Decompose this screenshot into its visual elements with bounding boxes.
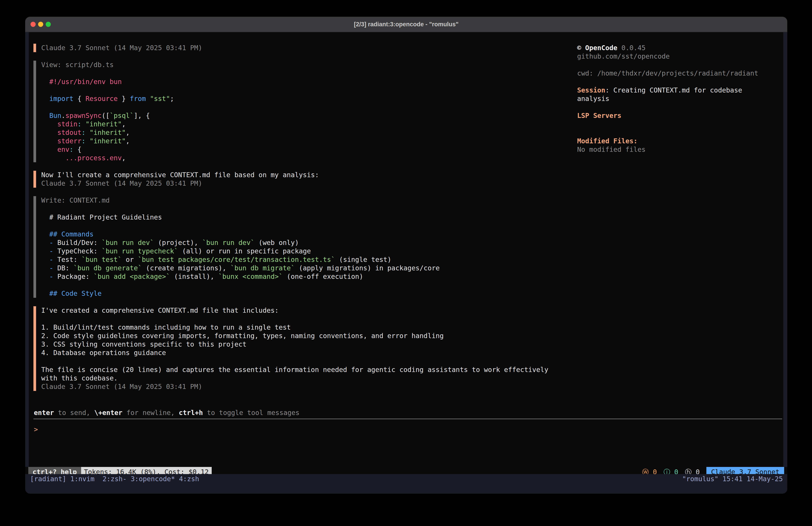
text-line (41, 103, 555, 111)
prompt-symbol: > (34, 426, 38, 433)
text-line: © OpenCode 0.0.45 (577, 44, 775, 52)
text-line (577, 128, 775, 137)
text-line: Claude 3.7 Sonnet (14 May 2025 03:41 PM) (41, 382, 555, 391)
text-line: Claude 3.7 Sonnet (14 May 2025 03:41 PM) (41, 179, 555, 188)
text-line: Write: CONTEXT.md (41, 196, 555, 204)
text-line (41, 86, 555, 95)
text-line (577, 120, 775, 128)
text-line: stdin: "inherit", (41, 120, 555, 128)
text-line: - Package: `bun add <package>` (install)… (41, 272, 555, 281)
hint-bar: enter to send, \+enter for newline, ctrl… (34, 409, 300, 417)
text-line (41, 204, 555, 213)
titlebar[interactable]: [2/3] radiant:3:opencode - "romulus" (25, 17, 787, 32)
text-line: - DB: `bun db generate` (create migratio… (41, 264, 555, 272)
close-button[interactable] (30, 22, 36, 27)
text-line: 2. Code style guidelines covering import… (41, 332, 555, 340)
tmux-session-clock: "romulus" 15:41 14-May-25 (682, 474, 783, 484)
left-gutter (25, 32, 29, 467)
conversation: Claude 3.7 Sonnet (14 May 2025 03:41 PM)… (33, 44, 555, 399)
text-line: 1. Build/lint/test commands including ho… (41, 323, 555, 332)
text-line: import { Resource } from "sst"; (41, 95, 555, 103)
right-scroll-gutter (783, 32, 787, 467)
text-line: ...process.env, (41, 154, 555, 162)
terminal-content: Claude 3.7 Sonnet (14 May 2025 03:41 PM)… (25, 32, 787, 494)
text-line (41, 69, 555, 77)
text-line: stdout: "inherit", (41, 128, 555, 137)
text-line: LSP Servers (577, 111, 775, 120)
text-line: cwd: /home/thdxr/dev/projects/radiant/ra… (577, 69, 775, 77)
text-line: Bun.spawnSync([`psql`], { (41, 111, 555, 120)
text-line (41, 357, 555, 366)
assistant-message: Now I'll create a comprehensive CONTEXT.… (33, 171, 555, 188)
text-line: ## Code Style (41, 289, 555, 298)
text-line: The file is concise (20 lines) and captu… (41, 366, 555, 382)
window-title: [2/3] radiant:3:opencode - "romulus" (354, 21, 459, 28)
traffic-lights (30, 22, 51, 27)
text-line: Claude 3.7 Sonnet (14 May 2025 03:41 PM) (41, 44, 555, 52)
text-line (41, 315, 555, 323)
text-line: - Test: `bun test` or `bun test packages… (41, 255, 555, 264)
sidebar-content: © OpenCode 0.0.45github.com/sst/opencode… (577, 44, 775, 154)
text-line (577, 103, 775, 111)
text-line (577, 61, 775, 69)
text-line: stderr: "inherit", (41, 137, 555, 145)
text-line (577, 77, 775, 86)
tmux-window-list[interactable]: [radiant] 1:nvim 2:zsh- 3:opencode* 4:zs… (30, 474, 199, 484)
text-line: # Radiant Project Guidelines (41, 213, 555, 222)
prompt-input[interactable]: > (34, 425, 38, 434)
text-line: env: { (41, 145, 555, 154)
text-line (41, 281, 555, 289)
tmux-status-bar: [radiant] 1:nvim 2:zsh- 3:opencode* 4:zs… (25, 474, 787, 494)
tool-write-block: Write: CONTEXT.md # Radiant Project Guid… (33, 196, 555, 298)
text-line: No modified files (577, 145, 775, 154)
terminal-window: [2/3] radiant:3:opencode - "romulus" Cla… (25, 17, 787, 494)
text-line: Modified Files: (577, 137, 775, 145)
text-line: I've created a comprehensive CONTEXT.md … (41, 306, 555, 315)
text-line: github.com/sst/opencode (577, 52, 775, 61)
text-line: View: script/db.ts (41, 61, 555, 69)
text-line: #!/usr/bin/env bun (41, 77, 555, 86)
minimize-button[interactable] (38, 22, 43, 27)
text-line: ## Commands (41, 230, 555, 239)
assistant-message: I've created a comprehensive CONTEXT.md … (33, 306, 555, 391)
input-divider (33, 418, 782, 419)
assistant-message-header: Claude 3.7 Sonnet (14 May 2025 03:41 PM) (33, 44, 555, 52)
text-line: 4. Database operations guidance (41, 349, 555, 357)
text-line: - Build/Dev: `bun run dev` (project), `b… (41, 239, 555, 247)
text-line: Now I'll create a comprehensive CONTEXT.… (41, 171, 555, 179)
text-line: Session: Creating CONTEXT.md for codebas… (577, 86, 775, 103)
text-line: 3. CSS styling conventions specific to t… (41, 340, 555, 349)
zoom-button[interactable] (46, 22, 51, 27)
text-line (41, 222, 555, 230)
text-line: - TypeCheck: `bun run typecheck` (all) o… (41, 247, 555, 255)
tool-view-block: View: script/db.ts #!/usr/bin/env bun im… (33, 61, 555, 162)
